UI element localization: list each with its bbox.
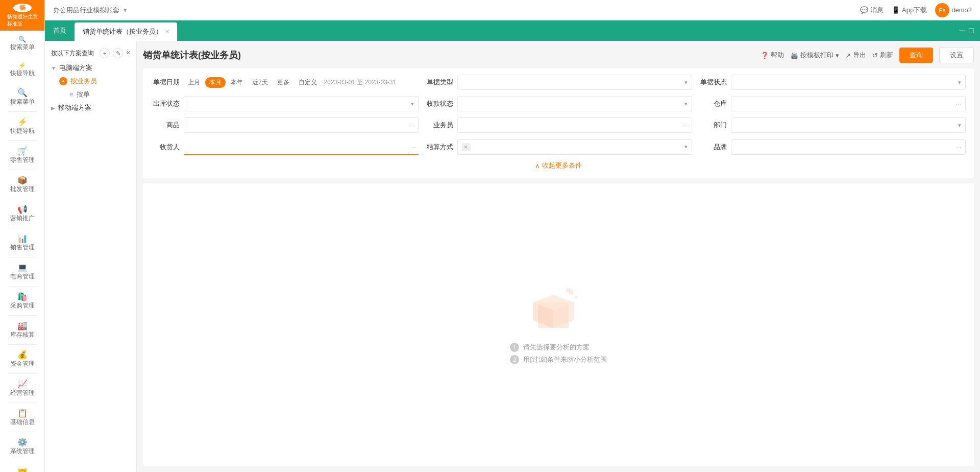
refresh-btn[interactable]: ↺ 刷新 xyxy=(872,51,893,60)
receiver-input[interactable] xyxy=(186,139,411,154)
sidebar-item-3[interactable]: 📦批发管理 xyxy=(8,170,37,199)
app-download-label: App下载 xyxy=(902,6,927,15)
edit-scheme-btn[interactable]: ✎ xyxy=(113,48,123,58)
collapse-icon: ∧ xyxy=(535,162,540,170)
tree-node-mobile[interactable]: ▶ 移动端方案 xyxy=(45,101,136,114)
tab-minimize-btn[interactable]: ─ xyxy=(959,26,965,35)
collapse-label: 收起更多条件 xyxy=(542,161,582,170)
left-panel-title: 按以下方案查询 xyxy=(51,49,94,58)
date-custom-btn[interactable]: 自定义 xyxy=(295,77,321,88)
filter-row-2: 出库状态 ▾ 收款状态 ▾ 仓库 xyxy=(151,96,966,111)
print-btn[interactable]: 🖨️ 按模板打印 ▾ xyxy=(790,51,839,60)
sidebar-item-1[interactable]: ⚡快捷导航 xyxy=(8,112,37,141)
sidebar-item-11[interactable]: 📋基础信息 xyxy=(8,403,37,432)
warehouse-select[interactable]: ··· xyxy=(731,96,966,111)
collapse-panel-btn[interactable]: « xyxy=(126,48,130,58)
sidebar-item-9[interactable]: 💰资金管理 xyxy=(8,345,37,374)
filter-doc-status: 单据状态 ▾ xyxy=(698,75,966,90)
tree-arrow-desktop: ▼ xyxy=(51,65,56,71)
tab-maximize-btn[interactable]: □ xyxy=(969,26,974,35)
order-icon: ≡ xyxy=(69,91,74,99)
user-menu[interactable]: Ea demo2 xyxy=(935,3,972,17)
empty-icon xyxy=(528,282,589,333)
app-logo[interactable]: 畅 畅捷通好生意标准版 xyxy=(0,0,44,31)
active-dot-icon: ● xyxy=(59,77,67,85)
payment-status-select[interactable]: ▾ xyxy=(457,96,692,111)
page-actions: ❓ 帮助 🖨️ 按模板打印 ▾ ↗ 导出 ↺ 刷新 xyxy=(761,47,974,63)
sidebar-item-13[interactable]: 🤝企业协同 xyxy=(8,461,37,472)
tabbar-actions: ─ □ xyxy=(959,26,980,35)
filter-row-4: 收货人 ··· 结算方式 × ▾ xyxy=(151,139,966,155)
settlement-tag-close[interactable]: × xyxy=(464,144,468,151)
message-btn[interactable]: 💬 消息 xyxy=(860,6,884,15)
out-status-select[interactable]: ▾ xyxy=(184,96,419,111)
sidebar-item-8[interactable]: 🏭库存核算 xyxy=(8,316,37,345)
date-7days-btn[interactable]: 近7天 xyxy=(248,77,272,88)
tabbar: 首页 销货单统计表（按业务员） × ─ □ xyxy=(45,20,980,41)
sidebar-item-6[interactable]: 💻电商管理 xyxy=(8,257,37,287)
sidebar-item-5[interactable]: 📊销售管理 xyxy=(8,228,37,257)
left-panel-header: 按以下方案查询 + ✎ « xyxy=(45,45,136,61)
print-dropdown-icon[interactable]: ▾ xyxy=(836,52,839,59)
sidebar-item-quicknav[interactable]: ⚡ 快捷导航 xyxy=(0,57,44,83)
page-title-bar: 销货单统计表(按业务员) ❓ 帮助 🖨️ 按模板打印 ▾ ↗ 导出 xyxy=(143,47,974,63)
doc-status-select[interactable]: ▾ xyxy=(731,75,966,90)
dept-arrow: ▾ xyxy=(958,122,961,129)
tree-item-by-order[interactable]: ≡ 按单 xyxy=(45,88,136,101)
salesman-select[interactable]: ··· xyxy=(457,117,692,133)
sidebar-item-2[interactable]: 🛒零售管理 xyxy=(8,141,37,170)
tab-home-label: 首页 xyxy=(53,26,66,35)
sidebar-search-label: 搜索菜单 xyxy=(2,43,42,52)
payment-status-label: 收款状态 xyxy=(425,99,453,108)
doc-status-arrow: ▾ xyxy=(958,79,961,86)
sidebar-item-12[interactable]: ⚙️系统管理 xyxy=(8,432,37,461)
filter-brand: 品牌 ··· xyxy=(698,139,966,155)
export-btn[interactable]: ↗ 导出 xyxy=(845,51,866,60)
page-title: 销货单统计表(按业务员) xyxy=(143,49,241,61)
tab-close-icon[interactable]: × xyxy=(165,28,169,35)
date-this-month-btn[interactable]: 本月 xyxy=(205,77,226,88)
filter-row-3: 商品 ··· 业务员 ··· 部门 xyxy=(151,117,966,133)
help-btn[interactable]: ❓ 帮助 xyxy=(761,51,784,60)
sidebar-item-4[interactable]: 📢营销推广 xyxy=(8,199,37,228)
app-download-btn[interactable]: 📱 App下载 xyxy=(892,6,927,15)
tree-label-salesman: 按业务员 xyxy=(70,77,97,86)
filter-dept: 部门 ▾ xyxy=(698,117,966,133)
app-download-icon: 📱 xyxy=(892,6,900,14)
empty-step-2: 2 用[过滤]条件来缩小分析范围 xyxy=(510,355,606,364)
sidebar-item-10[interactable]: 📈经营管理 xyxy=(8,374,37,403)
sidebar-item-7[interactable]: 🛍️采购管理 xyxy=(8,287,37,316)
tab-sales-stat[interactable]: 销货单统计表（按业务员） × xyxy=(75,22,177,41)
tree-node-desktop[interactable]: ▼ 电脑端方案 xyxy=(45,61,136,75)
date-last-month-btn[interactable]: 上月 xyxy=(184,77,204,88)
goods-select[interactable]: ··· xyxy=(184,117,419,133)
topbar-left: 办公用品行业模拟账套 ▾ xyxy=(53,6,127,15)
filter-payment-status: 收款状态 ▾ xyxy=(425,96,692,111)
query-btn[interactable]: 查询 xyxy=(899,48,933,63)
filter-row-1: 单据日期 上月 本月 本年 近7天 更多 自定义 2023-03-01 至 20… xyxy=(151,75,966,90)
date-more-btn[interactable]: 更多 xyxy=(273,77,293,88)
filter-salesman: 业务员 ··· xyxy=(425,117,692,133)
step-1-num: 1 xyxy=(510,343,519,352)
settings-btn[interactable]: 设置 xyxy=(939,47,974,63)
add-scheme-btn[interactable]: + xyxy=(100,48,110,58)
sidebar-item-0[interactable]: 🔍搜索菜单 xyxy=(8,83,37,112)
doc-status-label: 单据状态 xyxy=(698,78,727,87)
sidebar-item-search[interactable]: 🔍 搜索菜单 xyxy=(0,31,44,57)
tab-home[interactable]: 首页 xyxy=(45,20,75,41)
collapse-filters-btn[interactable]: ∧ 收起更多条件 xyxy=(151,159,966,172)
receiver-input-wrapper: ··· xyxy=(184,139,419,155)
tree-arrow-mobile: ▶ xyxy=(51,105,55,111)
step-2-num: 2 xyxy=(510,355,519,364)
brand-dots: ··· xyxy=(955,143,961,151)
doc-type-select[interactable]: ▾ xyxy=(457,75,692,90)
dept-select[interactable]: ▾ xyxy=(731,117,966,133)
topbar-dropdown-icon[interactable]: ▾ xyxy=(124,6,127,14)
brand-select[interactable]: ··· xyxy=(731,139,966,155)
filter-doc-type: 单据类型 ▾ xyxy=(425,75,692,90)
avatar: Ea xyxy=(935,3,949,17)
tree-item-by-salesman[interactable]: ● 按业务员 xyxy=(45,75,136,88)
settlement-select[interactable]: × ▾ xyxy=(457,139,692,155)
goods-dots: ··· xyxy=(408,122,414,129)
date-this-year-btn[interactable]: 本年 xyxy=(227,77,247,88)
